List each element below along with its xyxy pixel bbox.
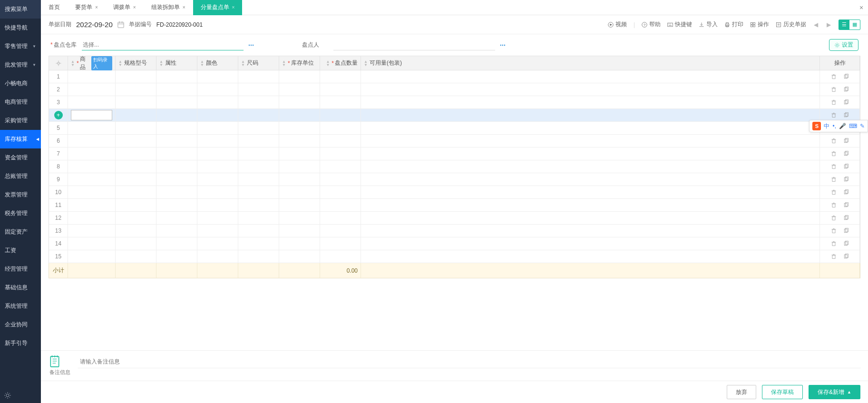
close-icon[interactable]: ×: [95, 5, 98, 10]
nav-prev-icon[interactable]: ◀: [813, 21, 819, 28]
delete-row-icon[interactable]: [831, 87, 837, 92]
table-row[interactable]: 5: [49, 122, 860, 135]
operate-button[interactable]: 操作: [750, 20, 769, 29]
tab-1[interactable]: 要货单×: [68, 0, 106, 15]
sidebar-item-6[interactable]: 采购管理: [0, 111, 41, 130]
table-row[interactable]: 12: [49, 212, 860, 225]
delete-row-icon[interactable]: [831, 74, 837, 79]
settings-button[interactable]: 设置: [829, 39, 858, 51]
sidebar-item-2[interactable]: 零售管理▼: [0, 37, 41, 56]
copy-row-icon[interactable]: [843, 112, 849, 118]
tabs-close-all[interactable]: ×: [855, 4, 868, 11]
sidebar-item-3[interactable]: 批发管理▼: [0, 56, 41, 74]
sidebar-item-12[interactable]: 固定资产: [0, 223, 41, 241]
table-row[interactable]: 10: [49, 186, 860, 199]
copy-row-icon[interactable]: [843, 177, 849, 182]
delete-row-icon[interactable]: [831, 177, 837, 182]
sidebar-item-10[interactable]: 发票管理: [0, 186, 41, 204]
ime-mic-icon[interactable]: 🎤: [839, 123, 846, 129]
ime-lang[interactable]: 中: [824, 122, 829, 130]
calendar-icon[interactable]: [117, 21, 124, 28]
person-input[interactable]: [333, 39, 495, 50]
date-value[interactable]: 2022-09-20: [76, 20, 113, 29]
sidebar-item-8[interactable]: 资金管理: [0, 148, 41, 167]
col-product[interactable]: ▲▼*商品扫码录入: [68, 56, 116, 70]
ime-punct-icon[interactable]: •,: [832, 123, 836, 129]
copy-row-icon[interactable]: [843, 202, 849, 208]
cell-editor[interactable]: [71, 110, 112, 120]
copy-row-icon[interactable]: [843, 164, 849, 169]
copy-row-icon[interactable]: [843, 241, 849, 246]
remarks-input[interactable]: [78, 355, 860, 368]
sidebar-item-1[interactable]: 快捷导航: [0, 19, 41, 37]
copy-row-icon[interactable]: [843, 254, 849, 259]
table-row[interactable]: +: [49, 109, 860, 122]
copy-row-icon[interactable]: [843, 74, 849, 79]
copy-row-icon[interactable]: [843, 215, 849, 221]
table-row[interactable]: 6: [49, 135, 860, 147]
delete-row-icon[interactable]: [831, 202, 837, 208]
save-draft-button[interactable]: 保存草稿: [762, 385, 803, 399]
sidebar-item-5[interactable]: 电商管理: [0, 93, 41, 111]
delete-row-icon[interactable]: [831, 254, 837, 259]
sidebar-item-11[interactable]: 税务管理: [0, 204, 41, 223]
warehouse-input[interactable]: [82, 39, 244, 50]
sidebar-item-7[interactable]: 库存核算: [0, 130, 41, 148]
delete-row-icon[interactable]: [831, 112, 837, 118]
table-row[interactable]: 15: [49, 250, 860, 263]
sidebar-item-14[interactable]: 经营管理: [0, 260, 41, 278]
table-row[interactable]: 13: [49, 225, 860, 237]
video-button[interactable]: 视频: [608, 20, 627, 29]
delete-row-icon[interactable]: [831, 138, 837, 144]
table-row[interactable]: 11: [49, 199, 860, 212]
delete-row-icon[interactable]: [831, 241, 837, 246]
sidebar-item-9[interactable]: 总账管理: [0, 167, 41, 186]
delete-row-icon[interactable]: [831, 189, 837, 195]
sidebar-item-0[interactable]: 搜索菜单: [0, 0, 41, 19]
sidebar-item-18[interactable]: 新手引导: [0, 334, 41, 353]
table-row[interactable]: 9: [49, 173, 860, 186]
delete-row-icon[interactable]: [831, 228, 837, 234]
close-icon[interactable]: ×: [183, 5, 185, 10]
tab-2[interactable]: 调拨单×: [106, 0, 144, 15]
col-qty[interactable]: ▲▼*盘点数量: [320, 56, 361, 70]
delete-row-icon[interactable]: [831, 164, 837, 169]
delete-row-icon[interactable]: [831, 215, 837, 221]
col-unit[interactable]: ▲▼*库存单位: [279, 56, 320, 70]
ime-toolbar[interactable]: S 中 •, 🎤 ⌨ ✎: [809, 120, 868, 132]
copy-row-icon[interactable]: [843, 228, 849, 234]
delete-row-icon[interactable]: [831, 99, 837, 105]
table-row[interactable]: 14: [49, 237, 860, 250]
ime-brush-icon[interactable]: ✎: [860, 123, 865, 129]
table-row[interactable]: 1: [49, 70, 860, 83]
copy-row-icon[interactable]: [843, 99, 849, 105]
col-settings-icon[interactable]: [49, 56, 68, 70]
tab-4[interactable]: 分量盘点单×: [193, 0, 243, 15]
sidebar-item-17[interactable]: 企业协同: [0, 315, 41, 334]
discard-button[interactable]: 放弃: [727, 385, 756, 399]
person-more-icon[interactable]: ⋯: [500, 42, 506, 49]
col-spec[interactable]: ▲▼规格型号: [116, 56, 156, 70]
save-new-button[interactable]: 保存&新增▲: [809, 385, 860, 399]
copy-row-icon[interactable]: [843, 151, 849, 157]
col-attr[interactable]: ▲▼属性: [156, 56, 197, 70]
sidebar-item-13[interactable]: 工资: [0, 241, 41, 260]
delete-row-icon[interactable]: [831, 151, 837, 157]
col-color[interactable]: ▲▼颜色: [197, 56, 238, 70]
print-button[interactable]: 打印: [724, 20, 743, 29]
grid-view-icon[interactable]: ▦: [849, 20, 860, 29]
table-row[interactable]: 7: [49, 147, 860, 160]
import-button[interactable]: 导入: [699, 20, 718, 29]
sidebar-item-4[interactable]: 小畅电商: [0, 74, 41, 93]
col-avail[interactable]: ▲▼可用量(包装): [361, 56, 820, 70]
tab-0[interactable]: 首页: [41, 0, 68, 15]
close-icon[interactable]: ×: [232, 5, 235, 10]
sidebar-item-15[interactable]: 基础信息: [0, 278, 41, 297]
nav-next-icon[interactable]: ▶: [826, 21, 832, 28]
view-toggle[interactable]: ☰ ▦: [839, 20, 860, 30]
help-button[interactable]: ?帮助: [642, 20, 661, 29]
copy-row-icon[interactable]: [843, 138, 849, 144]
add-row-icon[interactable]: +: [54, 111, 63, 119]
list-view-icon[interactable]: ☰: [839, 20, 849, 29]
close-icon[interactable]: ×: [133, 5, 136, 10]
